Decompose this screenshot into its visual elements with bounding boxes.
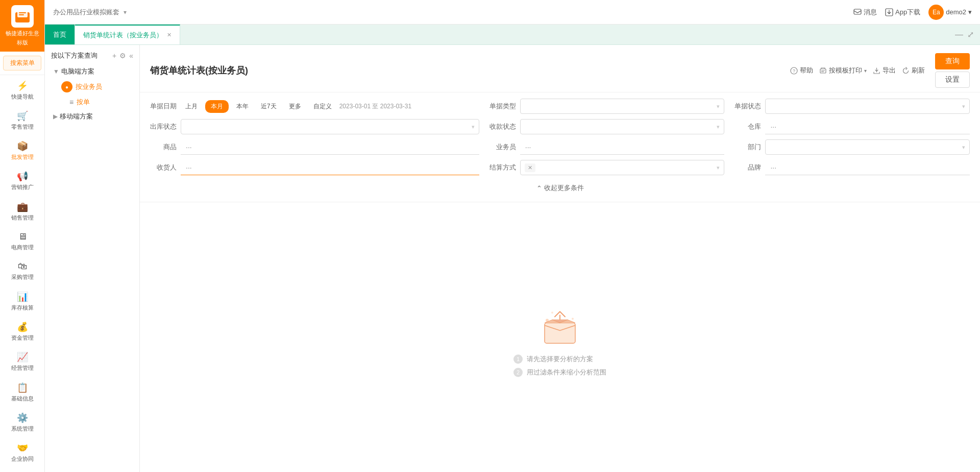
tree-desktop-label: 电脑端方案 <box>61 67 94 76</box>
message-icon <box>853 8 862 16</box>
filter-row-3: 商品 ··· 业务员 ··· 部门 <box>150 139 970 155</box>
tree-item-desktop[interactable]: ▼ 电脑端方案 <box>49 64 135 79</box>
message-label: 消息 <box>864 8 877 17</box>
basic-label: 基础信息 <box>11 395 34 402</box>
date-btn-custom[interactable]: 自定义 <box>309 100 336 113</box>
brand-dots[interactable]: ··· <box>768 163 778 172</box>
salesman-dots[interactable]: ··· <box>523 143 533 151</box>
operation-icon: 📈 <box>17 351 28 363</box>
filter-order-type: 单据类型 ▾ <box>489 99 725 114</box>
template-print-dropdown[interactable]: ▾ <box>864 68 867 74</box>
wholesale-label: 批发管理 <box>11 153 34 160</box>
empty-tip-1: 1 请先选择要分析的方案 <box>513 355 606 364</box>
settings-scheme-btn[interactable]: ⚙ <box>119 52 126 60</box>
date-btn-this-year[interactable]: 本年 <box>232 100 253 113</box>
warehouse-label: 仓库 <box>734 122 761 131</box>
tip-text-2: 用过滤条件来缩小分析范围 <box>527 368 606 377</box>
order-type-dropdown[interactable]: ▾ <box>520 99 725 114</box>
goods-input[interactable]: ··· <box>181 139 479 155</box>
help-icon: ? <box>790 67 798 75</box>
order-status-label: 单据状态 <box>734 102 761 111</box>
query-button[interactable]: 查询 <box>935 53 970 69</box>
receiver-dots[interactable]: ··· <box>184 163 194 172</box>
app-title-dropdown[interactable]: ▾ <box>124 9 127 16</box>
export-btn[interactable]: 导出 <box>873 66 896 75</box>
out-status-dropdown[interactable]: ▾ <box>181 119 479 134</box>
sidebar-item-basic[interactable]: 📋 基础信息 <box>0 377 44 407</box>
add-scheme-btn[interactable]: + <box>112 52 116 60</box>
enterprise-icon: 🤝 <box>17 442 28 454</box>
empty-tip-2: 2 用过滤条件来缩小分析范围 <box>513 368 606 377</box>
tab-home[interactable]: 首页 <box>45 25 75 44</box>
tab-minimize-btn[interactable]: — <box>955 30 963 39</box>
svg-rect-2 <box>19 12 26 13</box>
settings-button[interactable]: 设置 <box>935 72 970 88</box>
logo-text: 畅捷通好生意 <box>6 30 39 37</box>
sidebar-item-purchase[interactable]: 🛍 采购管理 <box>0 256 44 286</box>
order-type-chevron: ▾ <box>717 103 720 110</box>
brand-input[interactable]: ··· <box>765 160 970 175</box>
app-download-icon <box>885 8 893 16</box>
export-icon <box>873 67 880 75</box>
help-btn[interactable]: ? 帮助 <box>790 66 813 75</box>
receiver-input[interactable]: ··· <box>181 160 479 175</box>
sidebar-item-ecommerce[interactable]: 🖥 电商管理 <box>0 226 44 256</box>
sidebar-item-inventory[interactable]: 📊 库存核算 <box>0 286 44 316</box>
operation-label: 经营管理 <box>11 364 34 371</box>
sidebar-item-enterprise[interactable]: 🤝 企业协同 <box>0 437 44 467</box>
left-panel: 按以下方案查询 + ⚙ « ▼ 电脑端方案 ● 按业务员 <box>45 45 140 472</box>
sidebar-item-sales[interactable]: 💼 销售管理 <box>0 196 44 226</box>
payment-status-dropdown[interactable]: ▾ <box>520 119 725 134</box>
sidebar-item-operation[interactable]: 📈 经营管理 <box>0 346 44 376</box>
settlement-tag-close[interactable]: ✕ <box>528 164 532 171</box>
refresh-label: 刷新 <box>912 66 925 75</box>
settlement-dropdown[interactable]: ✕ ▾ <box>520 160 725 175</box>
tab-close-btn[interactable]: ✕ <box>167 32 172 38</box>
date-btn-7days[interactable]: 近7天 <box>256 100 281 113</box>
sidebar-item-finance[interactable]: 💰 资金管理 <box>0 316 44 346</box>
sidebar-item-system[interactable]: ⚙️ 系统管理 <box>0 407 44 437</box>
sidebar-item-marketing[interactable]: 📢 营销推广 <box>0 166 44 196</box>
refresh-btn[interactable]: 刷新 <box>902 66 925 75</box>
sidebar-item-newbie[interactable]: 🎯 新手引导 <box>0 467 44 472</box>
template-print-btn[interactable]: 按模板打印 ▾ <box>819 66 867 75</box>
page-title: 销货单统计表(按业务员) <box>150 64 248 77</box>
by-salesman-label: 按业务员 <box>76 82 102 91</box>
filter-goods: 商品 ··· <box>150 139 479 155</box>
inventory-icon: 📊 <box>17 291 28 302</box>
tree-item-by-order[interactable]: ≡ 按单 <box>65 95 135 109</box>
tree-item-mobile[interactable]: ▶ 移动端方案 <box>49 109 135 124</box>
salesman-input[interactable]: ··· <box>520 139 725 155</box>
sidebar-item-retail[interactable]: 🛒 零售管理 <box>0 105 44 135</box>
search-menu-btn[interactable]: 搜索菜单 <box>3 56 41 70</box>
collapse-panel-btn[interactable]: « <box>129 52 133 60</box>
app-download-btn[interactable]: App下载 <box>885 8 920 17</box>
sidebar-item-wholesale[interactable]: 📦 批发管理 <box>0 135 44 166</box>
order-status-chevron: ▾ <box>962 103 965 110</box>
sidebar-item-quick-nav[interactable]: ⚡ 快捷导航 <box>0 75 44 105</box>
user-menu[interactable]: Ea demo2 ▾ <box>928 5 972 20</box>
quick-nav-icon: ⚡ <box>17 80 28 91</box>
goods-dots[interactable]: ··· <box>184 143 194 151</box>
filter-brand: 品牌 ··· <box>734 160 970 175</box>
logo-icon <box>11 5 34 28</box>
tab-sales-stat[interactable]: 销货单统计表（按业务员） ✕ <box>75 25 180 44</box>
date-btn-more[interactable]: 更多 <box>284 100 306 113</box>
finance-icon: 💰 <box>17 321 28 333</box>
order-status-dropdown[interactable]: ▾ <box>765 99 970 114</box>
order-type-label: 单据类型 <box>489 102 516 111</box>
collapse-more-btn[interactable]: ⌃ 收起更多条件 <box>533 180 587 196</box>
svg-point-14 <box>551 312 553 314</box>
tab-sales-stat-label: 销货单统计表（按业务员） <box>83 31 163 40</box>
warehouse-dots[interactable]: ··· <box>768 123 778 131</box>
warehouse-input[interactable]: ··· <box>765 119 970 134</box>
ecommerce-icon: 🖥 <box>18 231 27 242</box>
filter-receiver: 收货人 ··· <box>150 160 479 175</box>
message-btn[interactable]: 消息 <box>853 8 877 17</box>
tree-item-by-salesman[interactable]: ● 按业务员 <box>57 79 135 95</box>
date-btn-this-month[interactable]: 本月 <box>205 100 229 113</box>
tab-maximize-btn[interactable]: ⤢ <box>967 30 974 39</box>
date-btn-last-month[interactable]: 上月 <box>181 100 202 113</box>
app-title: 办公用品行业模拟账套 <box>53 8 119 17</box>
department-dropdown[interactable]: ▾ <box>765 139 970 155</box>
